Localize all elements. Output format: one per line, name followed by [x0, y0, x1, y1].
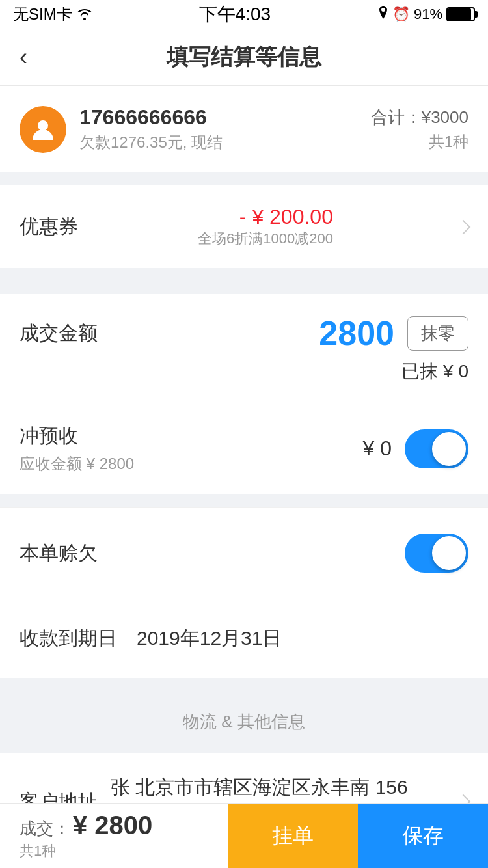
save-button[interactable]: 保存: [358, 804, 488, 869]
user-desc: 欠款1276.35元, 现结: [79, 132, 223, 153]
pending-button[interactable]: 挂单: [228, 804, 358, 869]
amount-value: 2800: [319, 314, 394, 353]
amount-sub: 已抹 ¥ 0: [20, 359, 468, 384]
prepay-right: ¥ 0: [363, 429, 468, 468]
debit-row: 本单赊欠: [0, 507, 488, 599]
section-title: 物流 & 其他信息: [183, 711, 305, 733]
section-line-left: [20, 722, 170, 722]
amount-right: 2800 抹零: [319, 314, 468, 353]
amount-label: 成交金额: [20, 320, 98, 347]
round-button[interactable]: 抹零: [407, 316, 468, 351]
coupon-chevron-right-icon: [456, 219, 471, 234]
bottom-bar: 成交： ¥ 2800 共1种 挂单 保存: [0, 803, 488, 868]
section-header: 物流 & 其他信息: [0, 691, 488, 753]
battery-icon: [446, 7, 475, 21]
bottom-summary-amount: ¥ 2800: [73, 811, 152, 840]
coupon-desc: 全场6折满1000减200: [198, 229, 333, 249]
user-total: 合计：¥3000 共1种: [371, 106, 468, 152]
avatar: [20, 106, 66, 153]
nav-bar: ‹ 填写结算等信息: [0, 29, 488, 86]
svg-point-0: [38, 120, 48, 131]
user-left: 17666666666 欠款1276.35元, 现结: [20, 105, 223, 153]
due-date-row: 收款到期日 2019年12月31日: [0, 599, 488, 678]
total-count: 共1种: [371, 131, 468, 152]
total-amount: 合计：¥3000: [371, 106, 468, 129]
user-phone: 17666666666: [79, 105, 223, 129]
alarm-icon: ⏰: [392, 6, 410, 23]
battery-label: 91%: [414, 6, 442, 23]
coupon-right-wrap: - ¥ 200.00 全场6折满1000减200: [198, 205, 333, 249]
prepay-toggle[interactable]: [405, 429, 468, 468]
amount-section: 成交金额 2800 抹零 已抹 ¥ 0: [0, 294, 488, 403]
page-title: 填写结算等信息: [167, 42, 321, 72]
gray-separator-3: [0, 678, 488, 691]
prepay-sublabel: 应收金额 ¥ 2800: [20, 454, 134, 474]
coupon-amount: - ¥ 200.00: [198, 205, 333, 229]
debit-toggle[interactable]: [405, 534, 468, 573]
bottom-summary: 成交： ¥ 2800 共1种: [0, 811, 228, 861]
location-icon: [378, 6, 388, 23]
user-info: 17666666666 欠款1276.35元, 现结: [79, 105, 223, 153]
gray-separator: [0, 281, 488, 294]
user-card: 17666666666 欠款1276.35元, 现结 合计：¥3000 共1种: [0, 86, 488, 172]
coupon-row[interactable]: 优惠券 - ¥ 200.00 全场6折满1000减200: [0, 185, 488, 268]
carrier-label: 无SIM卡: [13, 4, 72, 25]
due-date-value: 2019年12月31日: [137, 625, 282, 652]
prepay-left: 冲预收 应收金额 ¥ 2800: [20, 423, 134, 474]
prepay-amount: ¥ 0: [363, 437, 392, 461]
status-right: ⏰ 91%: [378, 6, 475, 23]
user-row: 17666666666 欠款1276.35元, 现结 合计：¥3000 共1种: [20, 105, 468, 153]
coupon-label: 优惠券: [20, 213, 78, 240]
due-date-label: 收款到期日: [20, 625, 117, 652]
prepay-label: 冲预收: [20, 423, 134, 450]
bottom-summary-label: 成交：: [20, 817, 70, 840]
status-time: 下午4:03: [199, 2, 271, 27]
prepay-row: 冲预收 应收金额 ¥ 2800 ¥ 0: [0, 403, 488, 494]
gray-separator-2: [0, 494, 488, 507]
back-button[interactable]: ‹: [20, 44, 27, 71]
bottom-summary-count: 共1种: [20, 841, 208, 861]
wifi-icon: [77, 5, 92, 23]
debit-label: 本单赊欠: [20, 540, 98, 567]
section-line-right: [318, 722, 468, 722]
status-left: 无SIM卡: [13, 4, 92, 25]
amount-row: 成交金额 2800 抹零: [20, 314, 468, 353]
main-content: 17666666666 欠款1276.35元, 现结 合计：¥3000 共1种 …: [0, 86, 488, 868]
status-bar: 无SIM卡 下午4:03 ⏰ 91%: [0, 0, 488, 29]
